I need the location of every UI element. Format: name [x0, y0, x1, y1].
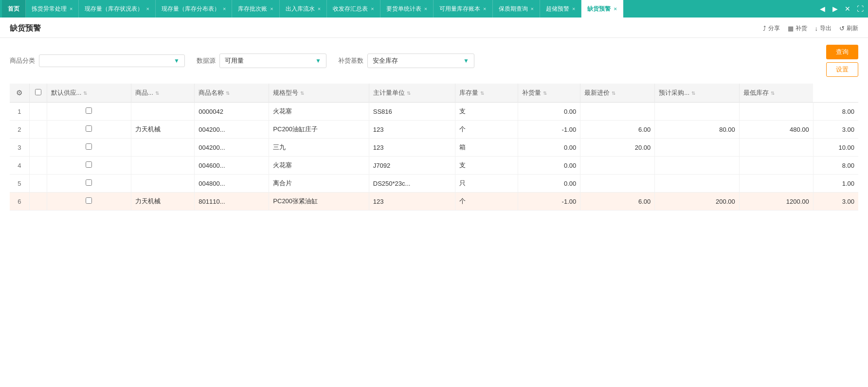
tab-abnormal[interactable]: 拣货异常处理 ×: [26, 0, 79, 18]
filter-right-buttons: 查询 设置: [826, 45, 858, 77]
tab-next-button[interactable]: ▶: [829, 3, 841, 15]
tab-close-order-stat[interactable]: ×: [424, 6, 427, 12]
tab-overstock[interactable]: 超储预警 ×: [540, 0, 581, 18]
th-latest-price[interactable]: 最新进价 ⇅: [580, 84, 655, 103]
row-latest-price: 80.00: [655, 121, 739, 139]
table-row: 2 力天机械 004200... PC200油缸庄子 123 个 -1.00 6…: [10, 121, 858, 139]
tab-shortage[interactable]: 缺货预警 ×: [581, 0, 623, 18]
row-stock: 0.00: [518, 139, 580, 157]
row-latest-price: [655, 103, 739, 121]
sort-latest-price-icon: ⇅: [612, 90, 615, 96]
settings-gear-icon[interactable]: ⚙: [16, 88, 22, 97]
row-supplier: [131, 175, 194, 193]
th-checkbox[interactable]: [29, 84, 47, 103]
tab-close-shortage[interactable]: ×: [614, 6, 616, 12]
refresh-button[interactable]: ↺ 刷新: [839, 24, 858, 33]
replenish-filter-group: 补货基数 安全库存 ▼: [338, 53, 474, 68]
tab-close-inventory-status[interactable]: ×: [146, 6, 149, 12]
tab-batch-account[interactable]: 库存批次账 ×: [232, 0, 279, 18]
row-checkbox-cell[interactable]: [47, 157, 131, 175]
select-all-checkbox[interactable]: [35, 89, 41, 95]
row-checkbox[interactable]: [86, 143, 92, 150]
tab-close-overstock[interactable]: ×: [572, 6, 575, 12]
sort-latest-price[interactable]: 最新进价 ⇅: [584, 88, 615, 97]
share-button[interactable]: ⤴ 分享: [763, 24, 780, 33]
row-latest-price: 200.00: [655, 193, 739, 211]
row-checkbox[interactable]: [86, 107, 92, 114]
category-chevron-icon: ▼: [174, 57, 180, 64]
row-number: 1: [10, 103, 29, 121]
tab-close-abnormal[interactable]: ×: [70, 6, 72, 12]
th-settings[interactable]: ⚙: [10, 84, 29, 103]
sort-replenish[interactable]: 补货量 ⇅: [522, 88, 547, 97]
row-name: 火花塞: [269, 157, 369, 175]
row-checkbox-cell[interactable]: [47, 139, 131, 157]
tab-close-inventory-dist[interactable]: ×: [223, 6, 226, 12]
row-spec: DS250*23c...: [369, 175, 455, 193]
row-spec: 123: [369, 193, 455, 211]
row-checkbox-cell[interactable]: [47, 193, 131, 211]
tab-prev-button[interactable]: ◀: [816, 3, 828, 15]
row-min-stock: 3.00: [813, 121, 858, 139]
th-spec[interactable]: 规格型号 ⇅: [269, 84, 369, 103]
tab-order-stat[interactable]: 要货单统计表 ×: [380, 0, 434, 18]
row-code: 004200...: [195, 139, 269, 157]
tab-home[interactable]: 首页: [2, 0, 26, 18]
tab-available[interactable]: 可用量库存账本 ×: [434, 0, 492, 18]
row-unit: 箱: [455, 139, 518, 157]
settings-button[interactable]: 设置: [826, 62, 858, 77]
tab-close-expiry[interactable]: ×: [531, 6, 534, 12]
page-content: 缺货预警 ⤴ 分享 ▦ 补货 ↓ 导出 ↺ 刷新 商品分类: [0, 18, 868, 387]
th-code[interactable]: 商品... ⇅: [131, 84, 194, 103]
sort-supplier[interactable]: 默认供应... ⇅: [51, 88, 88, 97]
table-row: 6 力天机械 801110... PC200张紧油缸 123 个 -1.00 6…: [10, 193, 858, 211]
row-min-stock: 3.00: [813, 193, 858, 211]
row-latest-price: [655, 175, 739, 193]
row-checkbox[interactable]: [86, 125, 92, 132]
tab-close-receipt[interactable]: ×: [371, 6, 374, 12]
sort-est-purchase[interactable]: 预计采购... ⇅: [659, 88, 695, 97]
sort-min-stock[interactable]: 最低库存 ⇅: [743, 88, 775, 97]
query-button[interactable]: 查询: [826, 45, 858, 59]
tab-receipt[interactable]: 收发存汇总表 ×: [327, 0, 380, 18]
tab-close-batch-account[interactable]: ×: [270, 6, 273, 12]
row-spec: 123: [369, 139, 455, 157]
sort-name[interactable]: 商品名称 ⇅: [199, 88, 230, 97]
row-code: 004600...: [195, 157, 269, 175]
row-checkbox-cell[interactable]: [47, 103, 131, 121]
th-supplier[interactable]: 默认供应... ⇅: [47, 84, 131, 103]
table-wrapper: ⚙ 默认供应... ⇅ 商品... ⇅: [0, 84, 868, 211]
tab-fullscreen-button[interactable]: ⛶: [854, 3, 866, 15]
th-min-stock[interactable]: 最低库存 ⇅: [739, 84, 813, 103]
tab-inventory-status[interactable]: 现存量（库存状况表） ×: [79, 0, 155, 18]
th-name[interactable]: 商品名称 ⇅: [195, 84, 269, 103]
tab-close-all-button[interactable]: ✕: [842, 3, 853, 15]
row-checkbox[interactable]: [86, 161, 92, 168]
th-replenish[interactable]: 补货量 ⇅: [518, 84, 580, 103]
tab-close-flow[interactable]: ×: [318, 6, 321, 12]
sort-spec[interactable]: 规格型号 ⇅: [273, 88, 304, 97]
datasource-select[interactable]: 可用量 ▼: [219, 53, 326, 68]
sort-stock[interactable]: 库存量 ⇅: [459, 88, 484, 97]
sort-unit[interactable]: 主计量单位 ⇅: [373, 88, 411, 97]
row-name: PC200油缸庄子: [269, 121, 369, 139]
tab-close-available[interactable]: ×: [483, 6, 486, 12]
th-unit[interactable]: 主计量单位 ⇅: [369, 84, 455, 103]
header-actions: ⤴ 分享 ▦ 补货 ↓ 导出 ↺ 刷新: [763, 24, 859, 33]
row-est-purchase: [739, 103, 813, 121]
th-est-purchase[interactable]: 预计采购... ⇅: [655, 84, 739, 103]
tab-expiry[interactable]: 保质期查询 ×: [493, 0, 540, 18]
tab-flow[interactable]: 出入库流水 ×: [280, 0, 327, 18]
th-stock[interactable]: 库存量 ⇅: [455, 84, 518, 103]
replenish-select[interactable]: 安全库存 ▼: [367, 53, 474, 68]
export-button[interactable]: ↓ 导出: [815, 24, 832, 33]
replenish-icon: ▦: [788, 25, 794, 32]
row-checkbox[interactable]: [86, 179, 92, 186]
replenish-button[interactable]: ▦ 补货: [788, 24, 807, 33]
tab-inventory-dist[interactable]: 现存量（库存分布表） ×: [156, 0, 232, 18]
row-checkbox[interactable]: [86, 197, 92, 204]
row-checkbox-cell[interactable]: [47, 175, 131, 193]
sort-code[interactable]: 商品... ⇅: [135, 88, 159, 97]
category-select[interactable]: ▼: [39, 54, 185, 67]
row-checkbox-cell[interactable]: [47, 121, 131, 139]
